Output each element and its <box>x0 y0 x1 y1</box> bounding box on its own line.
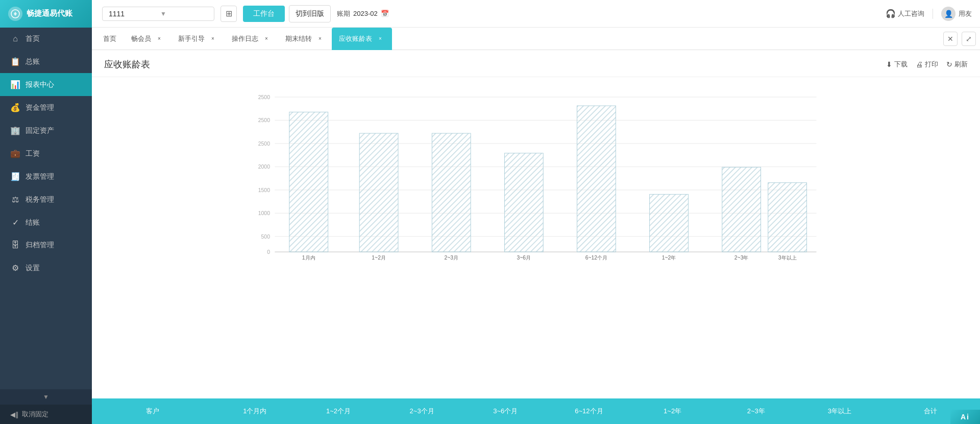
sidebar-item-invoice[interactable]: 🧾发票管理 <box>0 165 92 188</box>
company-dropdown-arrow: ▼ <box>160 10 208 17</box>
consult-label: 人工咨询 <box>898 9 924 18</box>
refresh-label: 刷新 <box>954 60 968 69</box>
svg-text:3~6月: 3~6月 <box>517 255 531 261</box>
switch-old-button[interactable]: 切到旧版 <box>289 5 331 22</box>
user-area[interactable]: 👤 用友 <box>941 7 972 21</box>
tab-label-period_end: 期末结转 <box>285 34 312 43</box>
tab-label-home: 首页 <box>103 34 116 43</box>
sidebar-label-archive: 归档管理 <box>26 241 54 250</box>
tab-close-guide[interactable]: × <box>209 35 217 43</box>
sidebar-item-salary[interactable]: 💼工资 <box>0 142 92 165</box>
workbench-button[interactable]: 工作台 <box>243 6 285 22</box>
sidebar-item-archive[interactable]: 🗄归档管理 <box>0 234 92 256</box>
archive-icon-btn[interactable]: ⊞ <box>220 6 237 22</box>
sidebar-item-tax[interactable]: ⚖税务管理 <box>0 188 92 211</box>
tab-bar-actions: ✕ ⤢ <box>943 32 976 46</box>
svg-text:1~2月: 1~2月 <box>372 255 386 261</box>
svg-rect-22 <box>432 133 471 252</box>
headset-icon: 🎧 <box>886 9 896 18</box>
svg-rect-26 <box>577 106 616 252</box>
svg-text:500: 500 <box>261 234 271 240</box>
svg-text:2~3年: 2~3年 <box>734 255 749 261</box>
th-col-5: 6~12个月 <box>547 407 631 416</box>
assets-icon: 🏢 <box>10 126 20 135</box>
tab-guide[interactable]: 新手引导× <box>171 28 225 50</box>
sidebar-item-settings[interactable]: ⚙设置 <box>0 256 92 279</box>
sidebar-item-ledger[interactable]: 📋总账 <box>0 50 92 73</box>
company-selector[interactable]: 1111 ▼ <box>102 7 214 21</box>
sidebar-label-reports: 报表中心 <box>26 80 54 89</box>
sidebar-item-checkout[interactable]: ✓结账 <box>0 211 92 234</box>
sidebar-item-funds[interactable]: 💰资金管理 <box>0 96 92 119</box>
sidebar-item-home[interactable]: ⌂首页 <box>0 28 92 50</box>
svg-rect-18 <box>289 112 328 252</box>
tab-close-member[interactable]: × <box>155 35 163 43</box>
tab-period_end[interactable]: 期末结转× <box>278 28 332 50</box>
print-label: 打印 <box>925 60 938 69</box>
page-actions: ⬇ 下载 🖨 打印 ↻ 刷新 <box>886 60 968 69</box>
sidebar: ⌂首页📋总账📊报表中心💰资金管理🏢固定资产💼工资🧾发票管理⚖税务管理✓结账🗄归档… <box>0 28 92 424</box>
tab-label-oplog: 操作日志 <box>232 34 258 43</box>
human-consult-btn[interactable]: 🎧 人工咨询 <box>886 9 924 18</box>
svg-text:1月内: 1月内 <box>302 255 315 261</box>
sidebar-footer-unpin[interactable]: ◀‖ 取消固定 <box>0 405 92 424</box>
checkout-icon: ✓ <box>10 218 20 227</box>
divider <box>933 9 933 19</box>
svg-rect-30 <box>722 167 761 252</box>
tax-icon: ⚖ <box>10 195 20 204</box>
logo-text: 畅捷通易代账 <box>27 9 72 18</box>
tab-close-oplog[interactable]: × <box>262 35 271 43</box>
svg-text:2~3月: 2~3月 <box>444 255 458 261</box>
calendar-icon[interactable]: 📅 <box>381 10 389 17</box>
tab-home[interactable]: 首页 <box>96 28 124 50</box>
sidebar-item-assets[interactable]: 🏢固定资产 <box>0 119 92 142</box>
tab-label-member: 畅会员 <box>131 34 151 43</box>
svg-text:6~12个月: 6~12个月 <box>585 255 607 261</box>
tab-label-guide: 新手引导 <box>178 34 205 43</box>
th-col-8: 3年以上 <box>798 407 881 416</box>
period-label: 账期 <box>337 9 350 18</box>
tab-member[interactable]: 畅会员× <box>124 28 171 50</box>
sidebar-label-assets: 固定资产 <box>26 126 54 135</box>
download-btn[interactable]: ⬇ 下载 <box>886 60 908 69</box>
th-col-0: 客户 <box>92 407 213 416</box>
refresh-btn[interactable]: ↻ 刷新 <box>946 60 968 69</box>
th-col-3: 2~3个月 <box>380 407 464 416</box>
page-header: 应收账龄表 ⬇ 下载 🖨 打印 ↻ 刷新 <box>92 50 980 77</box>
sidebar-scroll: ⌂首页📋总账📊报表中心💰资金管理🏢固定资产💼工资🧾发票管理⚖税务管理✓结账🗄归档… <box>0 28 92 389</box>
tab-oplog[interactable]: 操作日志× <box>225 28 278 50</box>
tab-close-period_end[interactable]: × <box>316 35 324 43</box>
settings-icon: ⚙ <box>10 263 20 273</box>
chart-container: 2500 2500 2500 2000 1500 1000 500 0 <box>92 77 980 398</box>
svg-text:2500: 2500 <box>258 141 270 147</box>
content-area: 首页畅会员×新手引导×操作日志×期末结转×应收账龄表× ✕ ⤢ 应收账龄表 ⬇ … <box>92 28 980 424</box>
svg-text:2500: 2500 <box>258 117 270 123</box>
sidebar-item-reports[interactable]: 📊报表中心 <box>0 73 92 96</box>
ai-badge[interactable]: Ai <box>950 410 980 424</box>
user-avatar: 👤 <box>941 7 955 21</box>
sidebar-label-salary: 工资 <box>26 149 40 158</box>
svg-text:1000: 1000 <box>258 210 270 216</box>
th-col-1: 1个月内 <box>213 407 297 416</box>
svg-text:1500: 1500 <box>258 187 270 193</box>
th-col-4: 3~6个月 <box>463 407 547 416</box>
tab-ar_aging[interactable]: 应收账龄表× <box>332 28 392 50</box>
header-right: 🎧 人工咨询 👤 用友 <box>886 7 972 21</box>
sidebar-scroll-down[interactable]: ▼ <box>0 389 92 405</box>
tab-label-ar_aging: 应收账龄表 <box>339 34 372 43</box>
download-label: 下载 <box>894 60 908 69</box>
close-all-tabs-btn[interactable]: ✕ <box>943 32 958 46</box>
svg-text:2000: 2000 <box>258 164 270 170</box>
unpin-label: 取消固定 <box>22 410 48 419</box>
print-icon: 🖨 <box>916 60 923 68</box>
ledger-icon: 📋 <box>10 57 20 66</box>
svg-rect-20 <box>359 133 398 252</box>
svg-text:3年以上: 3年以上 <box>778 255 797 261</box>
tab-close-ar_aging[interactable]: × <box>376 35 384 43</box>
period-area: 账期 2023-02 📅 <box>337 9 389 18</box>
sidebar-label-settings: 设置 <box>26 264 40 273</box>
invoice-icon: 🧾 <box>10 172 20 181</box>
expand-btn[interactable]: ⤢ <box>962 32 976 46</box>
print-btn[interactable]: 🖨 打印 <box>916 60 938 69</box>
bar-chart: 2500 2500 2500 2000 1500 1000 500 0 <box>104 87 968 271</box>
